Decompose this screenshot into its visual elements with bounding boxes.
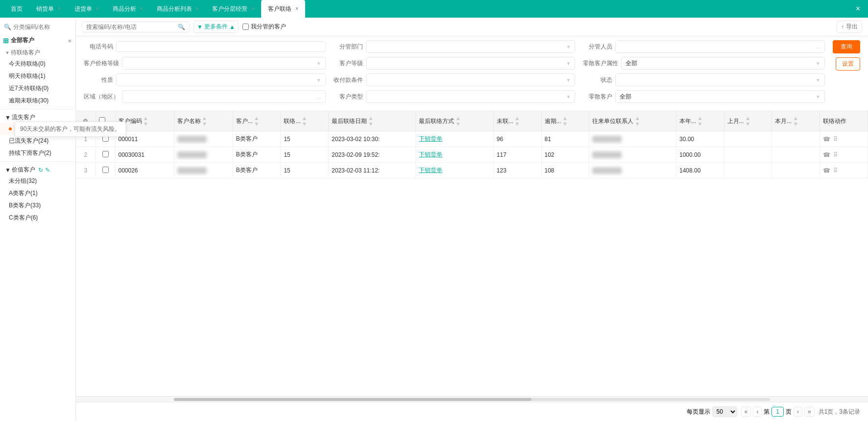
horizontal-scrollbar[interactable] <box>76 396 868 402</box>
status-select[interactable]: ▼ <box>615 74 825 86</box>
settings-button[interactable]: 设置 <box>836 57 860 71</box>
col-unit-contact[interactable]: 往来单位联系人 ▲▼ <box>589 111 676 131</box>
gender-select[interactable]: ▼ <box>116 74 326 86</box>
row1-last-method[interactable]: 下销货单 <box>416 131 494 147</box>
not-contacted-sort[interactable]: ▲▼ <box>514 115 520 127</box>
this-year-sort[interactable]: ▲▼ <box>697 115 703 127</box>
more-filter-button[interactable]: ▼ 更多条件 ▲ <box>193 21 239 33</box>
scroll-thumb[interactable] <box>174 398 531 401</box>
close-all-tabs[interactable]: × <box>852 4 864 13</box>
row3-checkbox[interactable] <box>96 163 115 178</box>
nav-purchase-order[interactable]: 进货单 × <box>68 0 106 18</box>
row3-last-method[interactable]: 下销货单 <box>416 163 494 178</box>
pending-contact-group[interactable]: ▼ 待联络客户 <box>0 47 75 58</box>
type-sort[interactable]: ▲▼ <box>254 115 260 127</box>
sidebar-item-ungrouped[interactable]: 未分组(32) <box>0 175 75 187</box>
current-page[interactable]: 1 <box>772 407 784 417</box>
per-page-dropdown[interactable]: 50 100 200 <box>712 406 737 417</box>
close-purchase-order[interactable]: × <box>96 0 99 18</box>
row1-last-month <box>724 131 772 147</box>
close-product-analysis-list[interactable]: × <box>196 0 199 18</box>
customer-type-select[interactable]: ▼ <box>366 90 576 103</box>
table-row: 2 00030031 B类客户 15 2023-02-09 19:52: 下销货… <box>76 147 868 163</box>
overdue-sort[interactable]: ▲▼ <box>562 115 568 127</box>
last-page-button[interactable]: » <box>804 407 815 417</box>
export-button[interactable]: ↑ 导出 <box>837 21 862 33</box>
sidebar-item-class-a[interactable]: A类客户(1) <box>0 187 75 199</box>
scroll-track[interactable] <box>174 398 770 401</box>
col-this-year[interactable]: 本年... ▲▼ <box>676 111 724 131</box>
nav-sales-order[interactable]: 销货单 × <box>29 0 68 18</box>
row1-phone-icon[interactable]: ☎ <box>823 136 830 143</box>
row1-more-icon[interactable]: ⠿ <box>833 136 838 143</box>
region-select[interactable]: ... <box>122 90 326 103</box>
sidebar-item-overdue-pending[interactable]: 逾期未联络(30) <box>0 95 75 107</box>
nav-customer-contact[interactable]: 客户联络 × <box>261 0 305 18</box>
close-customer-contact[interactable]: × <box>295 0 298 18</box>
phone-field: 电话号码 <box>84 41 326 52</box>
next-page-button[interactable]: › <box>794 407 802 417</box>
close-sales-order[interactable]: × <box>58 0 61 18</box>
customer-level-select[interactable]: ▼ <box>366 57 576 70</box>
customer-level-field: 客户等级 ▼ <box>334 57 576 70</box>
nav-home[interactable]: 首页 <box>4 0 29 18</box>
col-not-contacted[interactable]: 未联... ▲▼ <box>493 111 541 131</box>
col-action: 联络动作 <box>820 111 868 131</box>
dept-select[interactable]: ▼ <box>366 40 576 53</box>
col-last-contact-method[interactable]: 最后联络方式 ▲▼ <box>416 111 494 131</box>
col-last-month[interactable]: 上月... ▲▼ <box>724 111 772 131</box>
nav-customer-segmentation[interactable]: 客户分层经营 × <box>205 0 261 18</box>
row3-phone-icon[interactable]: ☎ <box>823 167 830 174</box>
row2-checkbox[interactable] <box>96 147 115 163</box>
col-name[interactable]: 客户名称 ▲▼ <box>174 111 233 131</box>
nav-product-analysis[interactable]: 商品分析 × <box>106 0 150 18</box>
all-customers-title[interactable]: ⊞ 全部客户 « <box>0 34 75 47</box>
close-product-analysis[interactable]: × <box>140 0 143 18</box>
nav-product-analysis-list[interactable]: 商品分析列表 × <box>150 0 206 18</box>
unit-contact-sort[interactable]: ▲▼ <box>634 115 640 127</box>
edit-icon[interactable]: ✎ <box>45 167 50 173</box>
zero-retail-select[interactable]: 全部 ▼ <box>615 90 825 103</box>
close-customer-segmentation[interactable]: × <box>251 0 254 18</box>
code-sort[interactable]: ▲▼ <box>143 115 149 127</box>
this-month-sort[interactable]: ▲▼ <box>793 115 798 127</box>
col-this-month[interactable]: 本月... ▲▼ <box>772 111 820 131</box>
sidebar-item-today-pending[interactable]: 今天待联络(0) <box>0 58 75 70</box>
col-last-contact-date[interactable]: 最后联络日期 ▲▼ <box>329 111 416 131</box>
row2-last-method[interactable]: 下销货单 <box>416 147 494 163</box>
method-sort[interactable]: ▲▼ <box>455 115 461 127</box>
date-sort[interactable]: ▲▼ <box>368 115 374 127</box>
row2-code: 00030031 <box>115 147 174 163</box>
row3-more-icon[interactable]: ⠿ <box>833 167 838 174</box>
col-contact[interactable]: 联络... ▲▼ <box>281 111 329 131</box>
phone-input[interactable] <box>116 41 326 52</box>
payment-select[interactable]: ▼ <box>366 74 576 86</box>
price-level-select[interactable]: ▼ <box>122 57 326 70</box>
sidebar-item-class-b[interactable]: B类客户(33) <box>0 199 75 212</box>
lost-customer-group[interactable]: ▼ 流失客户 <box>0 111 75 123</box>
first-page-button[interactable]: « <box>741 407 751 417</box>
search-button[interactable]: 🔍 <box>178 24 185 30</box>
zero-attr-select[interactable]: 全部 ▼ <box>621 57 825 70</box>
row2-more-icon[interactable]: ⠿ <box>833 151 838 158</box>
sidebar-item-7day-pending[interactable]: 近7天待联络(0) <box>0 82 75 95</box>
my-customers-checkbox[interactable] <box>242 24 249 30</box>
my-customers-checkbox-label[interactable]: 我分管的客户 <box>242 23 286 31</box>
sidebar-search-input[interactable] <box>13 24 72 30</box>
sidebar-item-declining[interactable]: 持续下滑客户(2) <box>0 147 75 159</box>
value-customer-group[interactable]: ▼ 价值客户 ↻ ✎ <box>0 164 75 175</box>
prev-page-button[interactable]: ‹ <box>753 407 762 417</box>
col-customer-type[interactable]: 客户... ▲▼ <box>233 111 281 131</box>
collapse-icon[interactable]: « <box>68 37 72 44</box>
last-month-sort[interactable]: ▲▼ <box>745 115 751 127</box>
row2-phone-icon[interactable]: ☎ <box>823 151 830 158</box>
sidebar-item-class-c[interactable]: C类客户(6) <box>0 212 75 224</box>
query-button[interactable]: 查询 <box>833 40 860 53</box>
manager-select[interactable]: ... <box>615 40 825 53</box>
sidebar-item-tomorrow-pending[interactable]: 明天待联络(1) <box>0 70 75 82</box>
name-sort[interactable]: ▲▼ <box>202 115 208 127</box>
col-overdue[interactable]: 逾期... ▲▼ <box>541 111 589 131</box>
refresh-icon[interactable]: ↻ <box>38 167 43 173</box>
search-input[interactable] <box>86 24 178 30</box>
contact-sort[interactable]: ▲▼ <box>301 115 307 127</box>
